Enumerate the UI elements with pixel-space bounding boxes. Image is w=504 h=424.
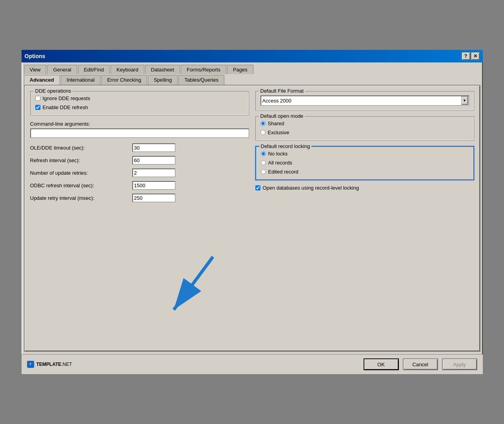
exclusive-radio[interactable] — [260, 130, 266, 135]
record-locking-group-title: Default record locking — [259, 143, 312, 149]
exclusive-radio-row: Exclusive — [260, 130, 469, 135]
shared-label: Shared — [268, 121, 284, 126]
update-retries-input[interactable] — [132, 168, 175, 177]
main-two-col: DDE operations Ignore DDE requests Enabl… — [30, 91, 474, 206]
title-bar-buttons: ? ✕ — [462, 52, 480, 60]
file-format-group-box: Default File Format Access 2000 Access 2… — [255, 91, 474, 111]
all-records-label: All records — [268, 160, 292, 166]
all-records-radio-row: All records — [261, 160, 469, 166]
title-bar: Options ? ✕ — [22, 50, 483, 62]
no-locks-radio[interactable] — [261, 151, 266, 156]
edited-record-label: Edited record — [268, 169, 298, 175]
svg-line-1 — [174, 257, 213, 310]
open-mode-group-title: Default open mode — [259, 113, 305, 119]
tab-advanced[interactable]: Advanced — [24, 75, 60, 85]
update-retry-interval-input[interactable] — [132, 194, 175, 202]
cmd-args-label: Command-line arguments: — [30, 121, 249, 127]
brand-name-bold: TEMPLATE — [36, 362, 62, 367]
tab-formsreports[interactable]: Forms/Reports — [181, 65, 226, 74]
tab-international[interactable]: International — [61, 75, 101, 85]
file-format-dropdown-wrapper: Access 2000 Access 2002-2003 Access 2007… — [260, 95, 469, 106]
shared-radio-row: Shared — [260, 121, 469, 126]
odbc-refresh-input[interactable] — [132, 181, 175, 190]
enable-dde-row: Enable DDE refresh — [35, 104, 244, 110]
tab-errorchecking[interactable]: Error Checking — [101, 75, 147, 85]
brand-icon: T — [27, 361, 34, 368]
refresh-interval-input[interactable] — [132, 156, 175, 164]
open-db-row: Open databases using record-level lockin… — [255, 185, 474, 191]
file-format-dropdown[interactable]: Access 2000 Access 2002-2003 Access 2007 — [260, 95, 469, 106]
enable-dde-checkbox[interactable] — [35, 105, 40, 110]
no-locks-label: No locks — [268, 151, 288, 157]
tab-editfind[interactable]: Edit/Find — [78, 65, 110, 74]
tab-keyboard[interactable]: Keyboard — [111, 65, 144, 74]
open-db-label: Open databases using record-level lockin… — [263, 185, 359, 191]
edited-record-radio-row: Edited record — [261, 169, 469, 175]
file-format-group-title: Default File Format — [259, 88, 306, 94]
cancel-button[interactable]: Cancel — [403, 358, 438, 370]
right-column: Default File Format Access 2000 Access 2… — [255, 91, 474, 206]
open-db-checkbox[interactable] — [255, 185, 260, 190]
refresh-interval-label: Refresh interval (sec): — [30, 157, 132, 163]
button-group: OK Cancel Apply — [364, 358, 477, 370]
update-retries-label: Number of update retries: — [30, 170, 132, 176]
record-locking-group-box: Default record locking No locks All reco… — [255, 146, 474, 180]
tab-view[interactable]: View — [24, 65, 47, 74]
arrow-svg — [162, 249, 240, 320]
options-dialog: Options ? ✕ View General Edit/Find Keybo… — [21, 49, 484, 375]
ok-button[interactable]: OK — [364, 358, 399, 370]
brand-name-rest: .NET — [61, 362, 72, 367]
edited-record-radio[interactable] — [261, 169, 266, 174]
odbc-refresh-label: ODBC refresh interval (sec): — [30, 183, 132, 188]
ole-dde-timeout-input[interactable] — [132, 143, 175, 152]
tab-general[interactable]: General — [47, 65, 77, 74]
help-button[interactable]: ? — [462, 52, 470, 60]
brand-icon-text: T — [29, 362, 32, 366]
dialog-title: Options — [25, 53, 45, 59]
update-retry-interval-row: Update retry interval (msec): — [30, 194, 249, 202]
arrow-annotation — [162, 249, 240, 320]
tab-datasheet[interactable]: Datasheet — [145, 65, 180, 74]
ignore-dde-label: Ignore DDE requests — [43, 95, 90, 101]
ole-dde-timeout-row: OLE/DDE timeout (sec): — [30, 143, 249, 152]
odbc-refresh-row: ODBC refresh interval (sec): — [30, 181, 249, 190]
all-records-radio[interactable] — [261, 160, 266, 165]
update-retries-row: Number of update retries: — [30, 168, 249, 177]
title-bar-left: Options — [25, 53, 45, 59]
apply-button[interactable]: Apply — [442, 358, 477, 370]
brand-text: TEMPLATE.NET — [36, 362, 72, 367]
dde-group-box: DDE operations Ignore DDE requests Enabl… — [30, 91, 249, 115]
exclusive-label: Exclusive — [268, 130, 289, 135]
tab-pages[interactable]: Pages — [227, 65, 253, 74]
tab-tablesqueries[interactable]: Tables/Queries — [178, 75, 224, 85]
open-mode-group-box: Default open mode Shared Exclusive — [255, 116, 474, 141]
brand: T TEMPLATE.NET — [27, 361, 72, 368]
tabs-row1: View General Edit/Find Keyboard Datashee… — [22, 62, 483, 74]
ignore-dde-row: Ignore DDE requests — [35, 95, 244, 101]
content-area: DDE operations Ignore DDE requests Enabl… — [24, 85, 480, 352]
close-button[interactable]: ✕ — [471, 52, 480, 60]
cmd-args-section: Command-line arguments: — [30, 121, 249, 143]
left-column: DDE operations Ignore DDE requests Enabl… — [30, 91, 249, 206]
bottom-bar: T TEMPLATE.NET OK Cancel Apply — [22, 354, 483, 374]
ole-dde-timeout-label: OLE/DDE timeout (sec): — [30, 145, 132, 151]
ignore-dde-checkbox[interactable] — [35, 96, 40, 101]
update-retry-interval-label: Update retry interval (msec): — [30, 195, 132, 201]
refresh-interval-row: Refresh interval (sec): — [30, 156, 249, 164]
enable-dde-label: Enable DDE refresh — [43, 104, 88, 110]
no-locks-radio-row: No locks — [261, 151, 469, 157]
tab-spelling[interactable]: Spelling — [148, 75, 178, 85]
cmd-args-input[interactable] — [30, 128, 249, 138]
dde-group-title: DDE operations — [34, 88, 73, 94]
shared-radio[interactable] — [260, 121, 266, 126]
tabs-row2: Advanced International Error Checking Sp… — [22, 74, 483, 85]
